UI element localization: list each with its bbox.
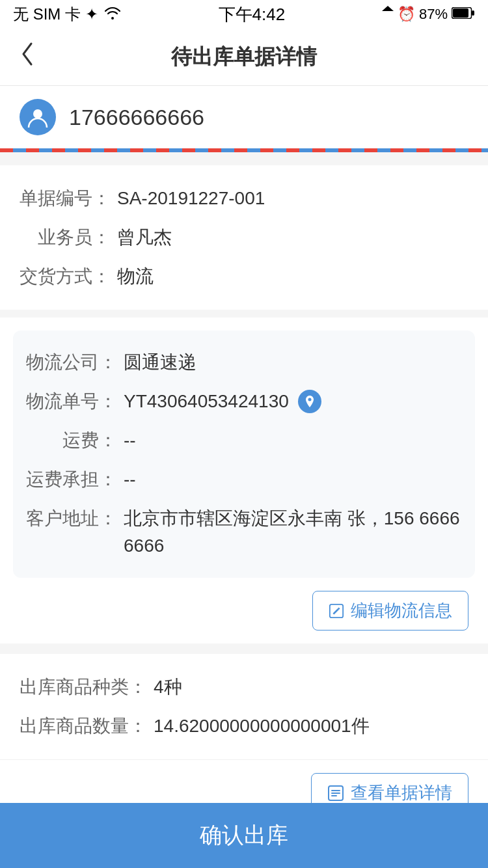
edit-logistics-btn-row: 编辑物流信息 [0, 578, 488, 644]
page-title: 待出库单据详情 [171, 43, 317, 72]
logistics-company-value: 圆通速递 [124, 349, 462, 376]
goods-quantity-row: 出库商品数量： 14.62000000000000001件 [20, 712, 468, 740]
document-number-row: 单据编号： SA-20191227-001 [20, 185, 468, 212]
logistics-company-row: 物流公司： 圆通速递 [26, 349, 462, 376]
location-status-icon [382, 6, 394, 23]
salesperson-label: 业务员： [20, 224, 111, 251]
document-number-value: SA-20191227-001 [117, 185, 468, 212]
goods-type-row: 出库商品种类： 4种 [20, 673, 468, 701]
logistics-card: 物流公司： 圆通速递 物流单号： YT43064053424130 运费： --… [13, 331, 475, 578]
logistics-tracking-row: 物流单号： YT43064053424130 [26, 388, 462, 415]
salesperson-value: 曾凡杰 [117, 224, 468, 251]
status-bar-right: ⏰ 87% [382, 6, 475, 23]
sim-status: 无 SIM 卡 ✦ [13, 4, 98, 25]
freight-bearer-value: -- [124, 466, 462, 493]
status-bar: 无 SIM 卡 ✦ 下午4:42 ⏰ 87% [0, 0, 488, 29]
goods-section: 出库商品种类： 4种 出库商品数量： 14.62000000000000001件 [0, 654, 488, 759]
goods-quantity-label: 出库商品数量： [20, 712, 147, 740]
edit-logistics-button[interactable]: 编辑物流信息 [312, 591, 468, 631]
svg-point-3 [33, 109, 42, 118]
delivery-row: 交货方式： 物流 [20, 263, 468, 290]
view-detail-label: 查看单据详情 [351, 781, 452, 804]
customer-address-label: 客户地址： [26, 505, 117, 532]
freight-bearer-row: 运费承担： -- [26, 466, 462, 493]
confirm-button[interactable]: 确认出库 [0, 803, 488, 868]
edit-logistics-label: 编辑物流信息 [351, 599, 452, 622]
alarm-icon: ⏰ [398, 6, 415, 23]
svg-rect-1 [453, 8, 468, 18]
customer-row: 17666666666 [0, 86, 488, 148]
status-bar-left: 无 SIM 卡 ✦ [13, 4, 122, 25]
freight-row: 运费： -- [26, 427, 462, 454]
logistics-tracking-value: YT43064053424130 [124, 388, 462, 415]
customer-phone: 17666666666 [69, 105, 204, 130]
document-info-section: 单据编号： SA-20191227-001 业务员： 曾凡杰 交货方式： 物流 [0, 165, 488, 310]
delivery-label: 交货方式： [20, 263, 111, 290]
battery-text: 87% [419, 6, 448, 23]
nav-bar: 待出库单据详情 [0, 29, 488, 86]
svg-point-4 [308, 398, 311, 401]
logistics-company-label: 物流公司： [26, 349, 117, 376]
status-bar-time: 下午4:42 [219, 3, 286, 26]
customer-address-value: 北京市市辖区海淀区永丰南 张，156 6666 6666 [124, 505, 462, 560]
freight-bearer-label: 运费承担： [26, 466, 117, 493]
goods-type-label: 出库商品种类： [20, 673, 147, 701]
tracking-location-icon[interactable] [298, 390, 321, 413]
freight-label: 运费： [26, 427, 117, 454]
customer-address-row: 客户地址： 北京市市辖区海淀区永丰南 张，156 6666 6666 [26, 505, 462, 560]
goods-quantity-value: 14.62000000000000001件 [154, 712, 468, 740]
svg-rect-2 [472, 10, 474, 16]
battery-icon [452, 6, 475, 23]
freight-value: -- [124, 427, 462, 454]
logistics-tracking-label: 物流单号： [26, 388, 117, 415]
back-button[interactable] [20, 41, 35, 73]
salesperson-row: 业务员： 曾凡杰 [20, 224, 468, 251]
avatar [20, 99, 56, 135]
wifi-icon [103, 5, 122, 23]
goods-type-value: 4种 [154, 673, 468, 701]
confirm-button-label: 确认出库 [200, 821, 288, 850]
document-number-label: 单据编号： [20, 185, 111, 212]
logistics-section: 物流公司： 圆通速递 物流单号： YT43064053424130 运费： --… [0, 318, 488, 644]
delivery-value: 物流 [117, 263, 468, 290]
